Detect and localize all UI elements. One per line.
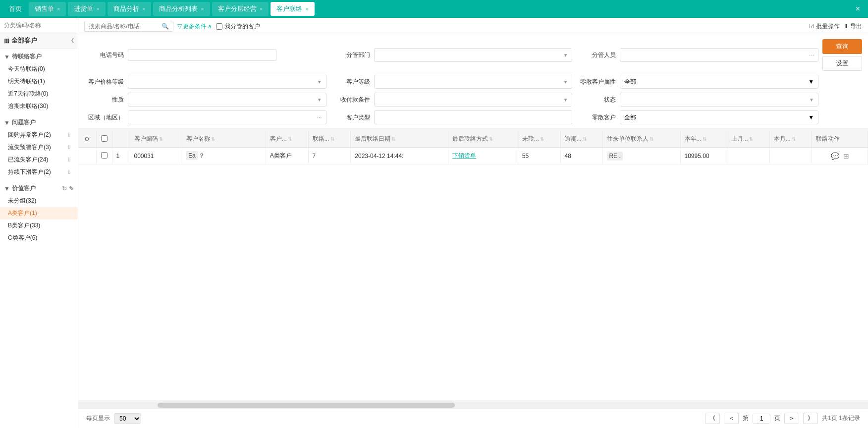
col-settings[interactable]: ⚙: [78, 131, 96, 148]
info-icon-declining: ℹ: [68, 169, 70, 175]
close-tab-purchase[interactable]: ×: [96, 6, 99, 12]
close-tab-customer-contact[interactable]: ×: [305, 6, 308, 12]
export-button[interactable]: ⬆ 导出: [844, 22, 862, 31]
batch-op-button[interactable]: ☑ 批量操作: [809, 22, 840, 31]
phone-input[interactable]: [128, 49, 276, 61]
page-size-select[interactable]: 50 100 200: [114, 413, 141, 424]
col-last-contact-date[interactable]: 最后联络日期⇅: [351, 131, 448, 148]
customer-level-arrow-icon: ▼: [563, 79, 568, 85]
row-method-0[interactable]: 下销货单: [448, 148, 518, 164]
my-customers-filter: 我分管的客户: [216, 22, 260, 31]
col-unit-contact[interactable]: 往来单位联系人⇅: [603, 131, 680, 148]
status-field: 状态 ▼: [576, 93, 818, 107]
price-level-select[interactable]: ▼: [128, 75, 326, 89]
query-button[interactable]: 查询: [822, 39, 862, 54]
payment-select[interactable]: ▼: [374, 93, 573, 107]
sidebar-search-input[interactable]: [4, 22, 78, 29]
refresh-icon[interactable]: ↻: [62, 185, 67, 192]
settings-icon[interactable]: ⚙: [84, 136, 90, 143]
sort-icon-name: ⇅: [211, 136, 215, 142]
sidebar-item-churn-warning[interactable]: 流失预警客户(3) ℹ: [0, 141, 78, 154]
nature-select[interactable]: ▼: [128, 93, 326, 107]
close-tab-product-analysis-list[interactable]: ×: [201, 6, 204, 12]
row-no-contact-0: 55: [518, 148, 560, 164]
customer-level-field: 客户等级 ▼: [330, 75, 573, 89]
nav-home[interactable]: 首页: [4, 4, 27, 13]
retail-attr-select[interactable]: 全部 ▼: [620, 75, 818, 89]
sidebar-item-unclassified[interactable]: 未分组(32): [0, 195, 78, 207]
sidebar-all-customers[interactable]: ⊞ 全部客户 《: [0, 33, 78, 49]
first-page-button[interactable]: 《: [705, 413, 720, 424]
row-this-year-0: 10995.00: [680, 148, 727, 164]
table-scrollbar[interactable]: [78, 402, 868, 408]
col-name[interactable]: 客户名称⇅: [182, 131, 266, 148]
sidebar-item-overdue[interactable]: 逾期未联络(30): [0, 100, 78, 112]
customer-type-select[interactable]: [374, 110, 573, 124]
sidebar-problem-section: ▼ 问题客户 回购异常客户(2) ℹ 流失预警客户(3) ℹ 已流失客户(24)…: [0, 114, 78, 180]
edit-icon[interactable]: ✎: [69, 185, 74, 192]
my-customers-checkbox[interactable]: [216, 23, 222, 30]
filter-arrow-icon: ∧: [208, 23, 212, 30]
close-tab-customer-tier[interactable]: ×: [260, 6, 263, 12]
tab-product-analysis[interactable]: 商品分析 ×: [108, 2, 151, 16]
col-this-month[interactable]: 本月...⇅: [769, 131, 812, 148]
last-page-button[interactable]: 》: [803, 413, 818, 424]
filter-search-icon[interactable]: 🔍: [162, 23, 169, 30]
action-qrcode-icon-0[interactable]: ⊞: [843, 152, 849, 160]
retail-customer-select[interactable]: 全部 ▼: [620, 110, 818, 124]
row-code-0: 000031: [130, 148, 182, 164]
sidebar-item-class-b[interactable]: B类客户(33): [0, 219, 78, 232]
sidebar-item-class-a[interactable]: A类客户(1): [0, 207, 78, 219]
col-type[interactable]: 客户...⇅: [266, 131, 308, 148]
sidebar-item-class-c[interactable]: C类客户(6): [0, 232, 78, 244]
col-last-contact-method[interactable]: 最后联络方式⇅: [448, 131, 518, 148]
customer-level-select[interactable]: ▼: [374, 75, 573, 89]
tab-sales[interactable]: 销售单 ×: [29, 2, 66, 16]
row-select-0[interactable]: [101, 152, 108, 159]
sidebar-pending-header[interactable]: ▼ 待联络客户: [0, 51, 78, 63]
dept-select[interactable]: ▼: [374, 48, 573, 62]
col-contact[interactable]: 联络...⇅: [308, 131, 351, 148]
sidebar-item-declining[interactable]: 持续下滑客户(2) ℹ: [0, 166, 78, 178]
scrollbar-thumb[interactable]: [158, 403, 455, 408]
col-last-month[interactable]: 上月...⇅: [727, 131, 769, 148]
filter-more-btn[interactable]: ▽ 更多条件 ∧: [177, 22, 212, 31]
page-input[interactable]: [753, 414, 770, 424]
table-row: 1 000031 Ea？ A类客户 7 2023-04-12 14:44: 下销…: [78, 148, 868, 164]
sidebar-item-repurchase-abnormal[interactable]: 回购异常客户(2) ℹ: [0, 129, 78, 141]
status-select[interactable]: ▼: [620, 93, 818, 107]
region-more-icon: ···: [317, 114, 322, 121]
sidebar-item-7days[interactable]: 近7天待联络(0): [0, 88, 78, 100]
col-code[interactable]: 客户编码⇅: [130, 131, 182, 148]
price-level-field: 客户价格等级 ▼: [84, 75, 326, 89]
nature-label: 性质: [84, 96, 124, 104]
price-level-label: 客户价格等级: [84, 78, 124, 86]
manager-select[interactable]: ···: [620, 48, 818, 62]
close-tab-sales[interactable]: ×: [57, 6, 60, 12]
manager-field: 分管人员 ···: [576, 48, 818, 62]
settings-button[interactable]: 设置: [822, 56, 862, 71]
sidebar-item-tomorrow[interactable]: 明天待联络(1): [0, 75, 78, 88]
tab-customer-tier[interactable]: 客户分层经营 ×: [212, 2, 269, 16]
col-no-contact[interactable]: 未联...⇅: [518, 131, 560, 148]
select-all-checkbox[interactable]: [101, 135, 108, 142]
sort-icon-date: ⇅: [391, 136, 395, 142]
row-gear-0[interactable]: [78, 148, 96, 164]
row-last-month-0: [727, 148, 769, 164]
region-select[interactable]: ···: [128, 110, 326, 124]
filter-search-input[interactable]: [89, 23, 160, 30]
tab-product-analysis-list[interactable]: 商品分析列表 ×: [153, 2, 210, 16]
col-this-year[interactable]: 本年...⇅: [680, 131, 727, 148]
action-chat-icon-0[interactable]: 💬: [831, 152, 839, 160]
close-tab-product-analysis[interactable]: ×: [142, 6, 145, 12]
sidebar-item-today[interactable]: 今天待联络(0): [0, 63, 78, 75]
tab-purchase[interactable]: 进货单 ×: [68, 2, 105, 16]
retail-customer-label: 零散客户: [576, 113, 616, 122]
close-all-button[interactable]: ×: [852, 4, 864, 13]
sidebar-item-churned[interactable]: 已流失客户(24) ℹ: [0, 154, 78, 166]
next-page-button[interactable]: ＞: [784, 413, 799, 424]
sidebar-problem-header[interactable]: ▼ 问题客户: [0, 116, 78, 129]
prev-page-button[interactable]: ＜: [724, 413, 739, 424]
tab-customer-contact[interactable]: 客户联络 ×: [271, 2, 314, 16]
col-overdue[interactable]: 逾期...⇅: [560, 131, 603, 148]
